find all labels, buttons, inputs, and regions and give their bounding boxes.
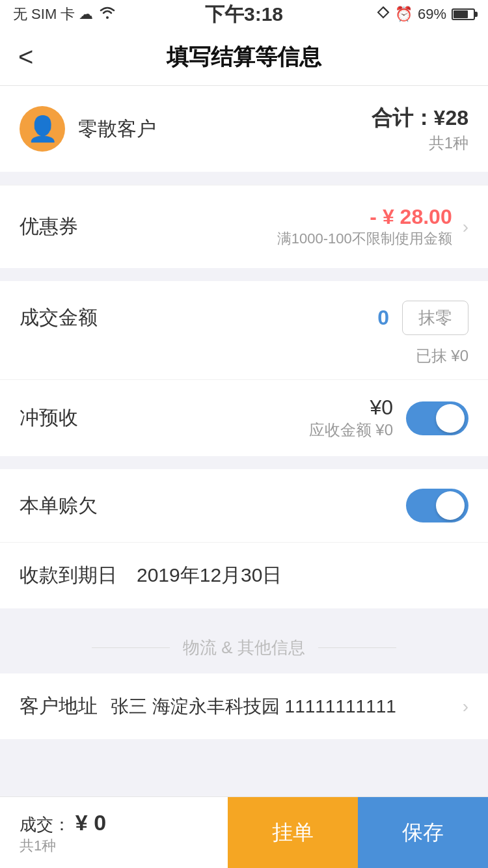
credit-label: 本单赊欠 (20, 493, 98, 519)
deal-amount-row: 成交金额 0 抹零 已抹 ¥0 (0, 281, 488, 379)
coupon-section: 优惠券 - ¥ 28.00 满1000-100不限制使用金额 › (0, 185, 488, 268)
deal-amount-section: 成交金额 0 抹零 已抹 ¥0 冲预收 ¥0 应收金额 ¥0 (0, 281, 488, 456)
prepay-toggle[interactable] (406, 401, 468, 435)
rounded-sub: 已抹 ¥0 (20, 346, 468, 379)
due-date-row: 收款到期日 2019年12月30日 (0, 542, 488, 608)
address-chevron-icon: › (463, 696, 468, 717)
customer-name: 零散客户 (78, 116, 156, 142)
bottom-deal-label: 成交： (20, 815, 70, 834)
bottom-deal-amount: ¥ 0 (75, 810, 106, 835)
coupon-right: - ¥ 28.00 满1000-100不限制使用金额 › (277, 205, 468, 249)
wifi-icon (98, 6, 116, 23)
battery-icon (452, 8, 475, 20)
bottom-summary: 成交： ¥ 0 共1种 (0, 810, 228, 856)
chevron-right-icon: › (463, 217, 468, 237)
avatar: 👤 (20, 106, 65, 152)
credit-section: 本单赊欠 收款到期日 2019年12月30日 (0, 469, 488, 608)
deal-amount-value[interactable]: 0 (377, 306, 389, 330)
due-date-value[interactable]: 2019年12月30日 (137, 562, 282, 589)
prepay-receivable: 应收金额 ¥0 (309, 420, 393, 441)
prepay-amount: ¥0 (309, 396, 393, 420)
divider-line-right (318, 647, 396, 648)
prepay-right: ¥0 应收金额 ¥0 (309, 396, 468, 441)
address-value: 张三 海淀永丰科技园 11111111111 (111, 694, 463, 719)
credit-toggle[interactable] (406, 489, 468, 522)
hold-button[interactable]: 挂单 (228, 797, 358, 869)
divider-line-left (92, 647, 170, 648)
customer-left: 👤 零散客户 (20, 106, 156, 152)
prepay-row: 冲预收 ¥0 应收金额 ¥0 (0, 379, 488, 456)
content: 👤 零散客户 合计：¥28 共1种 优惠券 - ¥ 28.00 满1000-10… (0, 86, 488, 817)
address-row[interactable]: 客户地址 张三 海淀永丰科技园 11111111111 › (0, 673, 488, 739)
coupon-description: 满1000-100不限制使用金额 (277, 229, 452, 249)
location-icon (377, 6, 390, 23)
due-date-label: 收款到期日 (20, 562, 117, 589)
toggle-knob (436, 404, 465, 433)
battery-percent: 69% (418, 6, 446, 23)
hold-label: 挂单 (272, 819, 314, 847)
coupon-label: 优惠券 (20, 213, 78, 240)
back-button[interactable]: < (18, 42, 33, 72)
credit-toggle-knob (436, 491, 465, 520)
customer-section: 👤 零散客户 合计：¥28 共1种 (0, 86, 488, 172)
coupon-discount: - ¥ 28.00 (277, 205, 452, 229)
customer-right: 合计：¥28 共1种 (372, 104, 468, 154)
bottom-count: 共1种 (20, 836, 208, 856)
sim-label: 无 SIM 卡 ☁ (13, 5, 93, 24)
bottom-bar: 成交： ¥ 0 共1种 挂单 保存 (0, 796, 488, 868)
round-button[interactable]: 抹零 (402, 301, 468, 335)
save-button[interactable]: 保存 (358, 797, 488, 869)
deal-amount-label: 成交金额 (20, 305, 98, 331)
avatar-icon: 👤 (27, 115, 58, 143)
total-count: 共1种 (372, 133, 468, 154)
save-label: 保存 (402, 819, 444, 847)
logistics-label: 物流 & 其他信息 (183, 636, 305, 659)
prepay-label: 冲预收 (20, 405, 78, 431)
credit-row: 本单赊欠 (0, 469, 488, 542)
status-left: 无 SIM 卡 ☁ (13, 5, 116, 24)
total-amount: 合计：¥28 (372, 104, 468, 133)
alarm-icon: ⏰ (395, 6, 413, 23)
logistics-divider: 物流 & 其他信息 (0, 621, 488, 673)
page-title: 填写结算等信息 (167, 42, 321, 72)
customer-row: 👤 零散客户 合计：¥28 共1种 (0, 86, 488, 172)
status-time: 下午3:18 (205, 1, 283, 28)
coupon-row[interactable]: 优惠券 - ¥ 28.00 满1000-100不限制使用金额 › (0, 185, 488, 268)
nav-bar: < 填写结算等信息 (0, 29, 488, 86)
status-right: ⏰ 69% (377, 6, 475, 23)
status-bar: 无 SIM 卡 ☁ 下午3:18 ⏰ 69% (0, 0, 488, 29)
address-section: 客户地址 张三 海淀永丰科技园 11111111111 › (0, 673, 488, 739)
address-label: 客户地址 (20, 693, 98, 720)
